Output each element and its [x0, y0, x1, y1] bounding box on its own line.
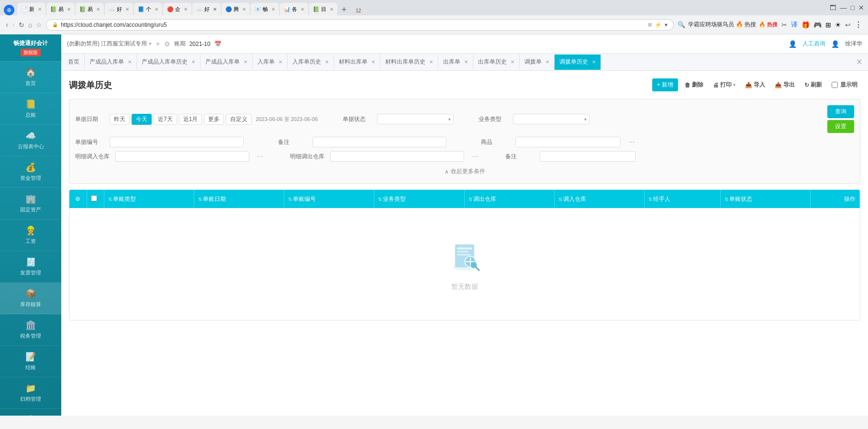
tab-finished-goods-in[interactable]: 产成品入库单 ✕: [85, 55, 137, 70]
tab-close-finished-goods-in2[interactable]: ✕: [244, 59, 247, 65]
th-checkbox[interactable]: [87, 190, 104, 208]
display-switch-checkbox[interactable]: [832, 82, 838, 88]
remark-input[interactable]: [312, 137, 446, 147]
settings-icon-header[interactable]: ⚙: [164, 40, 170, 48]
tab-close-transfer[interactable]: ✕: [545, 59, 549, 65]
tab-panel-close[interactable]: ✕: [852, 57, 866, 66]
sidebar-item-inventory[interactable]: 📦 库存核算: [0, 283, 61, 314]
restore-button[interactable]: 🗔: [830, 4, 836, 11]
browser-tab-4[interactable]: ☁️好✕: [105, 3, 133, 15]
tab-outbound-history[interactable]: 出库单历史 ✕: [473, 55, 520, 70]
tab-close-inbound-history[interactable]: ✕: [325, 59, 329, 65]
sidebar-item-close-books[interactable]: 📝 结账: [0, 346, 61, 377]
doc-number-input[interactable]: [110, 137, 244, 147]
tab-transfer-history[interactable]: 调拨单历史 ✕: [555, 55, 601, 70]
browser-tab-7[interactable]: ☁️好✕: [192, 3, 221, 15]
business-type-select[interactable]: [513, 114, 590, 124]
maximize-button[interactable]: □: [851, 4, 855, 11]
back-button[interactable]: ‹: [6, 21, 8, 29]
display-switch-button[interactable]: 显示明: [829, 79, 860, 91]
sidebar-item-invoice[interactable]: 🧾 发票管理: [0, 251, 61, 283]
browser-tab-2[interactable]: 📗易✕: [46, 3, 75, 15]
browser-tab-3[interactable]: 📗易✕: [76, 3, 104, 15]
minimize-button[interactable]: —: [840, 4, 847, 11]
browser-tab-5[interactable]: 📘个✕: [134, 3, 162, 15]
browser-tab-10[interactable]: 📊各✕: [280, 3, 308, 15]
tab-home[interactable]: 首页: [63, 55, 85, 70]
th-out-warehouse[interactable]: 调出仓库: [464, 190, 554, 208]
tab-close-outbound[interactable]: ✕: [464, 59, 468, 65]
import-button[interactable]: 📥 导入: [742, 79, 768, 91]
tab-transfer[interactable]: 调拨单 ✕: [520, 55, 555, 70]
th-doc-date[interactable]: 单账日期: [194, 190, 284, 208]
th-business-type[interactable]: 业务类型: [374, 190, 464, 208]
new-tab-button[interactable]: +: [338, 4, 350, 15]
th-doc-number[interactable]: 单账编号: [284, 190, 374, 208]
tab-finished-goods-in2[interactable]: 产成品入库单 ✕: [200, 55, 253, 70]
more-btn[interactable]: 更多: [204, 114, 224, 125]
tab-inbound-history[interactable]: 入库单历史 ✕: [288, 55, 334, 70]
sidebar-item-cloud-report[interactable]: ☁️ 云报表中心: [0, 125, 61, 156]
tab-close-material-out-history[interactable]: ✕: [429, 59, 433, 65]
sidebar-item-archive[interactable]: 📁 归档管理: [0, 377, 61, 409]
detail-in-more-icon[interactable]: ···: [255, 152, 265, 161]
bookmark-button[interactable]: ☆: [36, 21, 42, 29]
detail-out-input[interactable]: [330, 151, 464, 162]
company-selector[interactable]: (勿删勿禁用) 江西服宝测试专用 ▾: [67, 40, 152, 48]
status-select[interactable]: [377, 114, 454, 124]
tab-close-finished-goods-in[interactable]: ✕: [128, 59, 132, 65]
sidebar-item-settings[interactable]: ⚙️ 基础设置: [0, 409, 61, 416]
print-button[interactable]: 🖨 打印 ▾: [710, 79, 738, 91]
tab-outbound[interactable]: 出库单 ✕: [438, 55, 473, 70]
delete-button[interactable]: 🗑 删除: [682, 79, 706, 91]
user-name[interactable]: 徐泽华: [845, 40, 862, 48]
detail-in-input[interactable]: [115, 151, 249, 162]
browser-tab-6[interactable]: 🔴企✕: [163, 3, 191, 15]
settings-query-button[interactable]: 设置: [827, 120, 854, 133]
refresh-button[interactable]: ↻ 刷新: [801, 79, 825, 91]
sidebar-item-tax[interactable]: 🏛️ 税务管理: [0, 314, 61, 346]
last-month-btn[interactable]: 近1月: [179, 114, 202, 125]
th-handler[interactable]: 经手人: [645, 190, 720, 208]
browser-tab-8[interactable]: 🔵腾✕: [222, 3, 250, 15]
add-company-icon[interactable]: +: [156, 40, 160, 48]
refresh-button[interactable]: ↻: [19, 21, 24, 29]
sidebar-item-salary[interactable]: 👷 工资: [0, 220, 61, 251]
th-doc-status[interactable]: 单账状态: [720, 190, 810, 208]
sidebar-item-home[interactable]: 🏠 首页: [0, 62, 61, 93]
tab-close-outbound-history[interactable]: ✕: [511, 59, 514, 65]
goods-more-icon[interactable]: ···: [626, 138, 636, 146]
last7-btn[interactable]: 近7天: [154, 114, 177, 125]
tab-finished-goods-in-history[interactable]: 产成品入库单历史 ✕: [137, 55, 200, 70]
th-in-warehouse[interactable]: 调入仓库: [555, 190, 645, 208]
tab-material-out[interactable]: 材料出库单 ✕: [334, 55, 380, 70]
translate-icon[interactable]: 译: [791, 21, 798, 29]
remark2-input[interactable]: [540, 151, 635, 162]
sidebar-item-fixed-asset[interactable]: 🏢 固定资产: [0, 188, 61, 220]
sidebar-item-capital[interactable]: 💰 资金管理: [0, 156, 61, 188]
tab-close-inbound[interactable]: ✕: [278, 59, 282, 65]
browser-tab-9[interactable]: 📧畅✕: [251, 3, 279, 15]
th-settings[interactable]: ⚙: [69, 190, 87, 208]
close-button[interactable]: ✕: [858, 4, 864, 11]
th-doc-type[interactable]: 单账类型: [104, 190, 194, 208]
sidebar-item-ledger[interactable]: 📒 总账: [0, 93, 61, 125]
address-input-wrap[interactable]: 🔒 https://cloud.chanjet.com/accounting/u…: [46, 19, 674, 31]
customer-service-text[interactable]: 人工咨询: [802, 40, 825, 48]
custom-btn[interactable]: 自定义: [226, 114, 252, 125]
browser-tab-11[interactable]: 📗目✕: [309, 3, 337, 15]
goods-input[interactable]: [515, 137, 621, 147]
tab-close-material-out[interactable]: ✕: [371, 59, 375, 65]
collapse-button[interactable]: ∧ 收起更多条件: [75, 165, 854, 177]
tab-close-transfer-history[interactable]: ✕: [592, 59, 596, 65]
browser-tab-1[interactable]: 📄新✕: [17, 3, 45, 15]
query-button[interactable]: 查询: [827, 105, 854, 118]
select-all-checkbox[interactable]: [91, 195, 97, 201]
detail-out-more-icon[interactable]: ···: [470, 152, 480, 161]
tab-material-out-history[interactable]: 材料出库单历史 ✕: [380, 55, 438, 70]
tab-close-finished-goods-in-history[interactable]: ✕: [191, 59, 195, 65]
today-btn[interactable]: 今天: [132, 114, 152, 125]
tab-inbound[interactable]: 入库单 ✕: [253, 55, 288, 70]
menu-icon[interactable]: ⋮: [855, 20, 862, 29]
new-button[interactable]: + 新增: [652, 78, 678, 91]
